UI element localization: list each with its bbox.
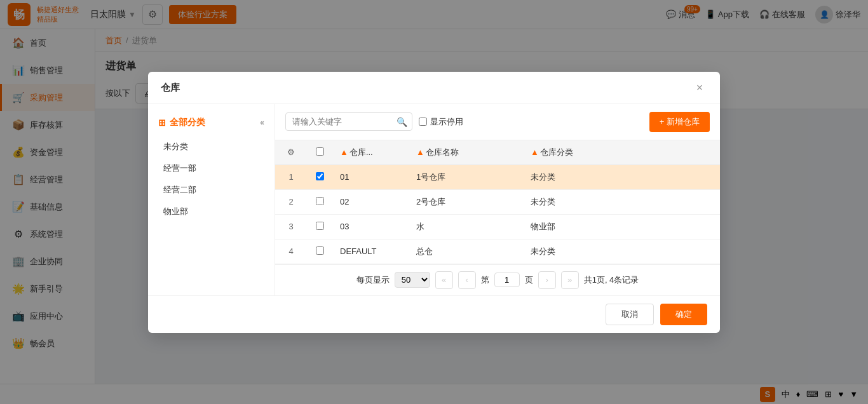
collapse-icon[interactable]: « [260, 118, 264, 127]
col-type-header[interactable]: ▲仓库分类 [523, 140, 720, 165]
row-type: 物业部 [523, 214, 720, 239]
row-seq: 3 [275, 214, 307, 239]
sort-type-icon: ▲ [531, 147, 539, 157]
row-name: 1号仓库 [409, 165, 523, 189]
search-input[interactable] [285, 112, 412, 131]
modal-sidebar: ⊞ 全部分类 « 未分类 经营一部 经营二部 物业部 [148, 104, 275, 295]
page-size-select[interactable]: 50 10 20 100 [395, 272, 430, 288]
modal-sidebar-item-unclassified[interactable]: 未分类 [148, 136, 275, 158]
row-code: 02 [332, 189, 409, 214]
warehouse-table-wrap: ⚙ ▲仓库... ▲仓库名称 ▲仓库分类 1 01 1号仓库 未分类 2 [275, 140, 720, 264]
row-checkbox[interactable] [307, 189, 332, 214]
confirm-button[interactable]: 确定 [660, 304, 707, 325]
row-type: 未分类 [523, 165, 720, 189]
modal-sidebar-all[interactable]: ⊞ 全部分类 « [148, 112, 275, 136]
warehouse-table: ⚙ ▲仓库... ▲仓库名称 ▲仓库分类 1 01 1号仓库 未分类 2 [275, 140, 720, 264]
modal-sidebar-item-ops1[interactable]: 经营一部 [148, 158, 275, 179]
table-row[interactable]: 2 02 2号仓库 未分类 [275, 189, 720, 214]
modal-header: 仓库 × [148, 72, 720, 104]
modal-footer: 取消 确定 [148, 295, 720, 333]
modal-title: 仓库 [161, 82, 180, 94]
modal-pagination: 每页显示 50 10 20 100 « ‹ 第 页 › » 共1页, 4条记录 [275, 264, 720, 295]
modal-sidebar-item-ops2[interactable]: 经营二部 [148, 179, 275, 201]
table-header: ⚙ ▲仓库... ▲仓库名称 ▲仓库分类 [275, 140, 720, 165]
row-code: 03 [332, 214, 409, 239]
table-row[interactable]: 4 DEFAULT 总仓 未分类 [275, 239, 720, 264]
row-name: 2号仓库 [409, 189, 523, 214]
sort-name-icon: ▲ [416, 147, 424, 157]
add-warehouse-button[interactable]: + 新增仓库 [649, 112, 710, 132]
modal-overlay: 仓库 × ⊞ 全部分类 « 未分类 经营一部 经营二部 物业部 [0, 0, 868, 404]
show-disabled-checkbox[interactable] [419, 118, 427, 126]
last-page-btn[interactable]: » [561, 271, 579, 289]
show-disabled-label[interactable]: 显示停用 [419, 116, 463, 128]
row-checkbox[interactable] [307, 214, 332, 239]
modal-body: ⊞ 全部分类 « 未分类 经营一部 经营二部 物业部 🔍 [148, 104, 720, 295]
select-all-checkbox[interactable] [316, 147, 324, 156]
row-seq: 2 [275, 189, 307, 214]
row-code: DEFAULT [332, 239, 409, 264]
row-code: 01 [332, 165, 409, 189]
table-row[interactable]: 1 01 1号仓库 未分类 [275, 165, 720, 189]
modal-content-area: 🔍 显示停用 + 新增仓库 ⚙ [275, 104, 720, 295]
search-button[interactable]: 🔍 [397, 117, 407, 127]
col-settings[interactable]: ⚙ [275, 140, 307, 165]
row-checkbox[interactable] [307, 165, 332, 189]
row-name: 总仓 [409, 239, 523, 264]
row-seq: 1 [275, 165, 307, 189]
modal-toolbar: 🔍 显示停用 + 新增仓库 [275, 104, 720, 140]
modal-sidebar-item-property[interactable]: 物业部 [148, 201, 275, 222]
prev-page-btn[interactable]: ‹ [458, 271, 476, 289]
row-seq: 4 [275, 239, 307, 264]
row-type: 未分类 [523, 239, 720, 264]
sort-code-icon: ▲ [340, 147, 348, 157]
row-type: 未分类 [523, 189, 720, 214]
col-checkbox[interactable] [307, 140, 332, 165]
col-code-header[interactable]: ▲仓库... [332, 140, 409, 165]
page-number-input[interactable] [494, 273, 520, 287]
row-name: 水 [409, 214, 523, 239]
row-checkbox[interactable] [307, 239, 332, 264]
next-page-btn[interactable]: › [538, 271, 556, 289]
table-row[interactable]: 3 03 水 物业部 [275, 214, 720, 239]
warehouse-modal: 仓库 × ⊞ 全部分类 « 未分类 经营一部 经营二部 物业部 [148, 72, 720, 333]
warehouse-tbody: 1 01 1号仓库 未分类 2 02 2号仓库 未分类 3 03 水 物业部 4… [275, 165, 720, 264]
search-wrap: 🔍 [285, 112, 412, 131]
col-name-header[interactable]: ▲仓库名称 [409, 140, 523, 165]
first-page-btn[interactable]: « [435, 271, 453, 289]
modal-close-button[interactable]: × [692, 81, 707, 96]
cancel-button[interactable]: 取消 [606, 304, 654, 325]
